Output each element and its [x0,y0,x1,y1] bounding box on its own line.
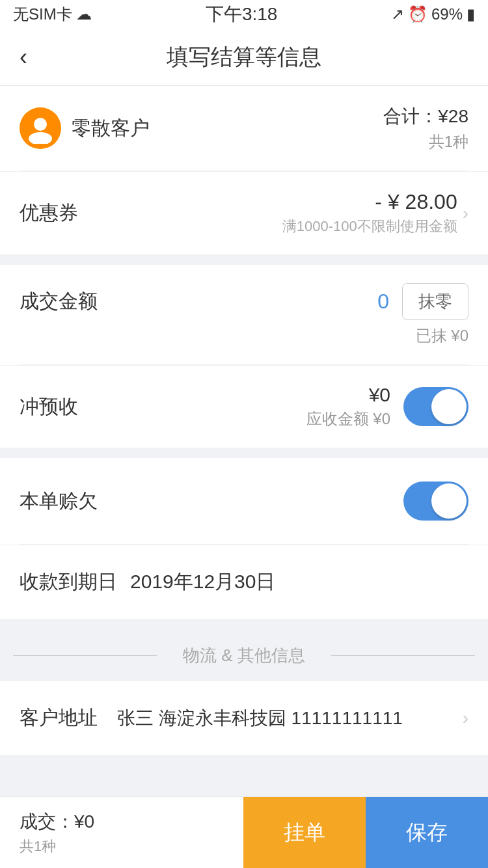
coupon-info: - ¥ 28.00 满1000-100不限制使用金额 [282,190,457,236]
debt-toggle-track [403,481,468,521]
hold-button[interactable]: 挂单 [243,797,366,868]
back-button[interactable]: ‹ [20,44,27,71]
coupon-desc: 满1000-100不限制使用金额 [282,217,457,236]
prepay-toggle[interactable] [403,387,468,426]
customer-section: 零散客户 合计：¥28 共1种 优惠券 - ¥ 28.00 满1000-100不… [0,86,488,254]
debt-section: 本单赊欠 收款到期日 2019年12月30日 [0,458,488,619]
logistics-label: 物流 & 其他信息 [170,644,318,667]
customer-avatar [20,107,61,149]
customer-total: 合计：¥28 [383,104,468,129]
debt-toggle[interactable] [403,481,468,521]
debt-toggle-thumb [431,483,467,519]
round-button[interactable]: 抹零 [402,283,468,320]
coupon-chevron-icon: › [463,203,468,224]
alarm-icon: ⏰ [408,5,427,23]
prepay-sub: 应收金额 ¥0 [306,409,390,429]
status-bar: 无SIM卡 ☁ 下午3:18 ↗ ⏰ 69% ▮ [0,0,488,29]
customer-left: 零散客户 [20,107,150,149]
svg-point-1 [29,132,52,144]
due-date-row: 收款到期日 2019年12月30日 [0,545,488,619]
prepay-label: 冲预收 [20,394,78,420]
debt-row: 本单赊欠 [0,458,488,544]
logistics-header: 物流 & 其他信息 [0,629,488,681]
address-row[interactable]: 客户地址 张三 海淀永丰科技园 11111111111 › [0,681,488,755]
deal-section: 成交金额 0 抹零 已抹 ¥0 冲预收 ¥0 应收金额 ¥0 [0,265,488,448]
address-section: 客户地址 张三 海淀永丰科技园 11111111111 › [0,681,488,755]
bottom-deal-value: ¥0 [74,811,94,832]
no-sim-text: 无SIM卡 ☁ [13,4,92,25]
customer-count: 共1种 [383,131,468,152]
bottom-bar: 成交：¥0 共1种 挂单 保存 [0,796,488,868]
deal-row: 成交金额 0 抹零 [20,283,468,320]
prepay-right: ¥0 应收金额 ¥0 [306,384,468,429]
bottom-deal-label: 成交： [20,811,74,832]
customer-right: 合计：¥28 共1种 [383,104,468,152]
prepay-row: 冲预收 ¥0 应收金额 ¥0 [0,365,488,448]
location-icon: ↗ [391,5,404,23]
main-content: 零散客户 合计：¥28 共1种 优惠券 - ¥ 28.00 满1000-100不… [0,86,488,843]
status-time: 下午3:18 [206,2,278,27]
battery-text: 69% [431,5,463,23]
address-label: 客户地址 [20,705,98,731]
save-button[interactable]: 保存 [366,797,488,868]
customer-row: 零散客户 合计：¥28 共1种 [0,86,488,170]
coupon-right: - ¥ 28.00 满1000-100不限制使用金额 › [282,190,468,236]
prepay-amount: ¥0 [306,384,390,406]
due-date-label: 收款到期日 [20,569,117,595]
address-chevron-icon: › [463,708,468,729]
status-right: ↗ ⏰ 69% ▮ [391,5,475,23]
prepay-toggle-thumb [431,389,467,424]
deal-label: 成交金额 [20,288,98,315]
battery-icon: ▮ [467,5,475,23]
bottom-deal-amount: 成交：¥0 [20,809,224,834]
due-date-value: 2019年12月30日 [130,569,275,595]
deal-amount-row: 成交金额 0 抹零 已抹 ¥0 [0,265,488,364]
prepay-toggle-track [403,387,468,426]
deal-sub: 已抹 ¥0 [20,325,468,346]
nav-bar: ‹ 填写结算等信息 [0,29,488,86]
page-title: 填写结算等信息 [167,42,321,72]
customer-name: 零散客户 [72,115,150,142]
bottom-info: 成交：¥0 共1种 [0,797,243,868]
coupon-row[interactable]: 优惠券 - ¥ 28.00 满1000-100不限制使用金额 › [0,171,488,254]
status-left: 无SIM卡 ☁ [13,4,92,25]
coupon-discount: - ¥ 28.00 [282,190,457,214]
deal-right: 0 抹零 [377,283,468,320]
svg-point-0 [34,118,47,131]
debt-label: 本单赊欠 [20,488,98,515]
deal-value: 0 [377,290,389,314]
address-value: 张三 海淀永丰科技园 11111111111 [117,706,463,731]
coupon-label: 优惠券 [20,200,78,226]
prepay-info: ¥0 应收金额 ¥0 [306,384,390,429]
bottom-count: 共1种 [20,837,224,856]
